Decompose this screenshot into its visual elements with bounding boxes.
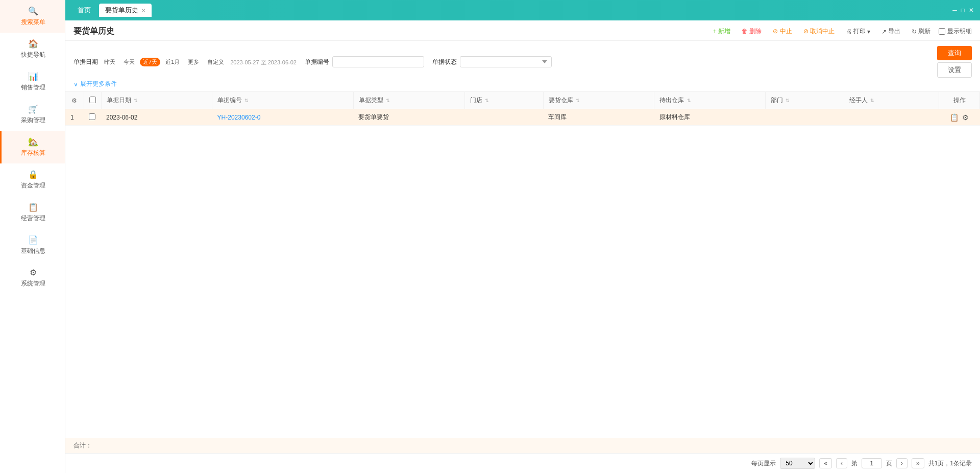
sidebar-item-sales[interactable]: 📊 销售管理 (0, 65, 65, 98)
sidebar-item-finance[interactable]: 🔒 资金管理 (0, 163, 65, 196)
topbar-right: ─ □ ✕ (952, 7, 974, 14)
sidebar-item-quick-nav[interactable]: 🏠 快捷导航 (0, 33, 65, 65)
page-title: 要货单历史 (74, 26, 114, 37)
minimize-button[interactable]: ─ (952, 7, 957, 14)
date-btn-more[interactable]: 更多 (185, 58, 202, 66)
filter-action-btns: 查询 设置 (937, 46, 972, 78)
sidebar-item-label: 资金管理 (21, 181, 45, 190)
page-size-select[interactable]: 50 20 100 200 (780, 458, 815, 469)
expand-icon: ∨ (74, 81, 78, 88)
order-no-filter-group: 单据编号 (305, 56, 424, 67)
page-number-input[interactable] (862, 458, 882, 468)
maximize-button[interactable]: □ (961, 7, 965, 14)
sidebar-item-label: 经营管理 (21, 214, 45, 223)
print-label: 打印 (853, 27, 866, 36)
tab-home[interactable]: 首页 (71, 4, 97, 17)
sidebar-item-label: 采购管理 (21, 116, 45, 125)
row-req-warehouse: 车间库 (543, 109, 654, 126)
page-prefix: 第 (851, 459, 857, 468)
expand-label: 展开更多条件 (80, 80, 117, 88)
order-no-link[interactable]: YH-20230602-0 (217, 114, 261, 121)
sort-pending-warehouse-icon[interactable]: ⇅ (687, 98, 691, 103)
operations-icon: 📋 (28, 202, 38, 212)
row-handler (844, 109, 939, 126)
home-icon: 🏠 (28, 39, 38, 49)
refresh-icon: ↻ (912, 28, 917, 35)
toolbar: + 新增 🗑 删除 ⊘ 中止 ⊘ 取消中止 🖨 打印 ▾ ↗ 导出 ↻ 刷新 (710, 26, 972, 37)
sidebar-item-search[interactable]: 🔍 搜索菜单 (0, 0, 65, 33)
sort-handler-icon[interactable]: ⇅ (870, 98, 874, 103)
col-handler: 经手人 ⇅ (844, 92, 939, 109)
sort-dept-icon[interactable]: ⇅ (786, 98, 790, 103)
query-button[interactable]: 查询 (937, 46, 972, 60)
display-detail-toggle[interactable]: 显示明细 (939, 27, 972, 36)
date-btn-1month[interactable]: 近1月 (162, 58, 183, 66)
sidebar-item-label: 快捷导航 (21, 51, 45, 59)
prev-page-button[interactable]: ‹ (836, 458, 847, 468)
tab-requisition-history[interactable]: 要货单历史 ✕ (99, 4, 152, 17)
order-no-input[interactable] (332, 56, 424, 67)
sort-no-icon[interactable]: ⇅ (244, 98, 249, 103)
page-size-label: 每页显示 (751, 459, 776, 468)
date-filter-group: 单据日期 昨天 今天 近7天 近1月 更多 自定义 2023-05-27 至 2… (74, 58, 297, 66)
sidebar-item-basic-info[interactable]: 📄 基础信息 (0, 229, 65, 262)
refresh-button[interactable]: ↻ 刷新 (909, 26, 934, 37)
settings-button[interactable]: 设置 (937, 62, 972, 78)
last-page-button[interactable]: » (912, 458, 924, 468)
export-icon: ↗ (881, 28, 887, 35)
delete-button[interactable]: 🗑 删除 (739, 26, 765, 37)
status-select[interactable] (460, 56, 552, 67)
stop-button[interactable]: ⊘ 中止 (770, 26, 795, 37)
row-delete-icon[interactable]: ⚙ (962, 113, 969, 122)
basic-info-icon: 📄 (28, 235, 38, 245)
row-edit-icon[interactable]: 📋 (950, 113, 959, 122)
export-button[interactable]: ↗ 导出 (878, 26, 903, 37)
close-button[interactable]: ✕ (969, 7, 974, 14)
date-btn-today[interactable]: 今天 (120, 58, 138, 66)
date-btn-7days[interactable]: 近7天 (140, 58, 160, 66)
sidebar: 🔍 搜索菜单 🏠 快捷导航 📊 销售管理 🛒 采购管理 🏡 库存核算 🔒 资金管… (0, 0, 65, 473)
tab-requisition-label: 要货单历史 (105, 6, 138, 15)
sidebar-item-label: 销售管理 (21, 83, 45, 92)
col-type: 单据类型 ⇅ (353, 92, 464, 109)
date-btn-custom[interactable]: 自定义 (204, 58, 227, 66)
first-page-button[interactable]: « (819, 458, 832, 468)
col-settings[interactable]: ⚙ (65, 92, 84, 109)
next-page-button[interactable]: › (896, 458, 908, 468)
col-no: 单据编号 ⇅ (212, 92, 354, 109)
sidebar-item-label: 基础信息 (21, 247, 45, 255)
sidebar-item-inventory[interactable]: 🏡 库存核算 (0, 131, 65, 163)
top-bar: 首页 要货单历史 ✕ ─ □ ✕ (65, 0, 980, 20)
row-store (464, 109, 543, 126)
page-header: 要货单历史 + 新增 🗑 删除 ⊘ 中止 ⊘ 取消中止 🖨 打印 ▾ ↗ 导出 … (65, 20, 980, 41)
display-detail-checkbox[interactable] (939, 28, 945, 35)
tab-close-icon[interactable]: ✕ (141, 8, 145, 13)
col-date: 单据日期 ⇅ (101, 92, 212, 109)
sidebar-item-operations[interactable]: 📋 经营管理 (0, 196, 65, 229)
sort-type-icon[interactable]: ⇅ (386, 98, 390, 103)
page-suffix: 页 (886, 459, 892, 468)
col-checkbox (84, 92, 101, 109)
table-settings-icon[interactable]: ⚙ (71, 97, 77, 104)
date-btn-yesterday[interactable]: 昨天 (101, 58, 118, 66)
select-all-checkbox[interactable] (89, 97, 96, 103)
sort-store-icon[interactable]: ⇅ (485, 98, 489, 103)
sidebar-item-purchase[interactable]: 🛒 采购管理 (0, 98, 65, 131)
export-label: 导出 (888, 27, 900, 36)
pagination: 每页显示 50 20 100 200 « ‹ 第 页 › » 共1页，1条记录 (65, 453, 980, 473)
table-footer: 合计： (65, 438, 980, 453)
new-button[interactable]: + 新增 (710, 26, 733, 37)
content-area: 要货单历史 + 新增 🗑 删除 ⊘ 中止 ⊘ 取消中止 🖨 打印 ▾ ↗ 导出 … (65, 20, 980, 473)
sort-date-icon[interactable]: ⇅ (134, 98, 138, 103)
filter-row: 单据日期 昨天 今天 近7天 近1月 更多 自定义 2023-05-27 至 2… (74, 46, 972, 78)
row-num: 1 (65, 109, 84, 126)
print-dropdown-icon: ▾ (867, 28, 870, 35)
sort-req-warehouse-icon[interactable]: ⇅ (576, 98, 580, 103)
print-button[interactable]: 🖨 打印 ▾ (843, 26, 873, 37)
cancel-stop-button[interactable]: ⊘ 取消中止 (800, 26, 838, 37)
row-check (84, 109, 101, 126)
row-checkbox[interactable] (89, 113, 95, 120)
sidebar-item-system[interactable]: ⚙ 系统管理 (0, 262, 65, 294)
row-no: YH-20230602-0 (212, 109, 354, 126)
expand-conditions-btn[interactable]: ∨ 展开更多条件 (74, 80, 972, 88)
